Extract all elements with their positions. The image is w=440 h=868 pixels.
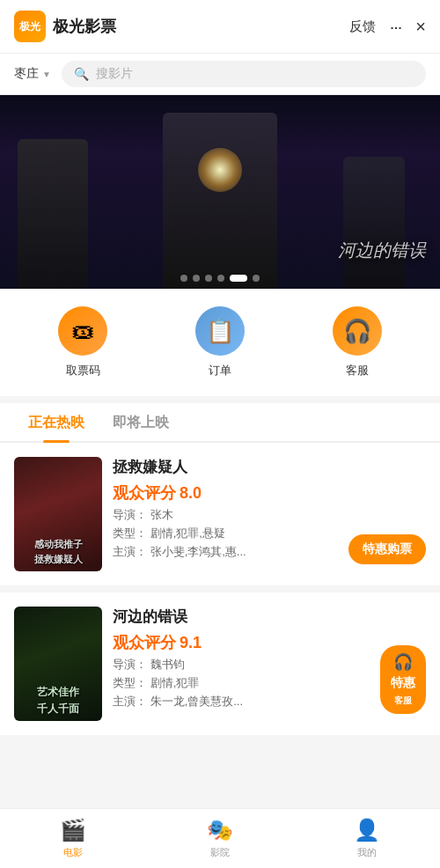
movie-director-1: 导演： 张木 [113,507,426,523]
rating-value-2: 9.1 [180,634,202,651]
movie-cast-2: 主演： 朱一龙,曾美慧孜... [113,694,426,710]
movie-rating-1: 观众评分 8.0 [113,482,426,504]
action-ticket[interactable]: 🎟 取票码 [58,306,107,379]
dot-6[interactable] [253,275,260,282]
search-bar: 枣庄 ▼ 🔍 搜影片 [0,54,440,95]
tab-now-showing[interactable]: 正在热映 [14,414,99,441]
dot-1[interactable] [180,275,187,282]
quick-actions: 🎟 取票码 📋 订单 🎧 客服 [0,289,440,396]
poster-text-1: 感动我推子 拯救嫌疑人 [18,537,99,568]
service-label: 客服 [346,363,369,379]
banner[interactable]: 10月21日没有答案不如发疯 河边的错误 [0,95,440,289]
app-header: 极光 极光影票 反馈 ··· × [0,0,440,54]
dot-4[interactable] [217,275,224,282]
service-sub-label: 客服 [394,695,412,707]
banner-movie-title: 河边的错误 [338,239,426,262]
feedback-button[interactable]: 反馈 [349,18,376,35]
banner-light-orb [198,148,242,192]
banner-dots [180,275,260,282]
movie-poster-2[interactable]: 艺术佳作 千人千面 [14,607,102,721]
order-icon: 📋 [195,306,245,356]
movie-title-2: 河边的错误 [113,607,426,627]
order-label: 订单 [209,363,231,379]
movie-card-1: 感动我推子 拯救嫌疑人 拯救嫌疑人 观众评分 8.0 导演： 张木 类型： 剧情… [0,443,440,585]
search-placeholder: 搜影片 [96,66,133,82]
dot-5[interactable] [230,275,247,282]
buy-button-2[interactable]: 🎧 特惠 客服 [380,645,426,714]
banner-right-figure [343,157,405,289]
chevron-down-icon: ▼ [42,70,51,79]
ticket-icon: 🎟 [58,306,107,356]
dot-2[interactable] [193,275,200,282]
movie-title-1: 拯救嫌疑人 [113,457,426,477]
movie-list: 感动我推子 拯救嫌疑人 拯救嫌疑人 观众评分 8.0 导演： 张木 类型： 剧情… [0,443,440,735]
banner-left-figure [18,139,88,289]
action-order[interactable]: 📋 订单 [195,306,245,379]
dot-3[interactable] [205,275,212,282]
more-button[interactable]: ··· [390,17,402,37]
action-service[interactable]: 🎧 客服 [333,306,382,379]
movie-poster-1[interactable]: 感动我推子 拯救嫌疑人 [14,457,102,571]
search-icon: 🔍 [74,67,89,81]
ticket-label: 取票码 [66,363,100,379]
section-tabs: 正在热映 即将上映 [0,403,440,443]
poster-bg-1: 感动我推子 拯救嫌疑人 [14,457,102,571]
search-input-box[interactable]: 🔍 搜影片 [62,61,426,87]
location-selector[interactable]: 枣庄 ▼ [14,66,51,82]
buy-button-1[interactable]: 特惠购票 [348,534,426,564]
movie-rating-2: 观众评分 9.1 [113,632,426,653]
app-logo: 极光 [14,11,46,42]
poster-bg-2: 艺术佳作 千人千面 [14,607,102,721]
movie-card-2: 艺术佳作 千人千面 河边的错误 观众评分 9.1 导演： 魏书钧 类型： 剧情,… [0,592,440,735]
service-icon: 🎧 [333,306,382,356]
movie-director-2: 导演： 魏书钧 [113,657,426,673]
close-button[interactable]: × [415,17,426,37]
banner-center-figure [163,113,277,289]
app-title: 极光影票 [53,16,349,37]
service-headphone-icon: 🎧 [393,652,413,672]
rating-value-1: 8.0 [180,484,202,502]
movie-genre-2: 类型： 剧情,犯罪 [113,675,426,691]
poster-text-2: 艺术佳作 千人千面 [18,684,99,717]
location-label: 枣庄 [14,66,39,82]
header-actions: 反馈 ··· × [349,17,426,37]
tab-coming-soon[interactable]: 即将上映 [99,414,183,441]
movie-info-2: 河边的错误 观众评分 9.1 导演： 魏书钧 类型： 剧情,犯罪 主演： 朱一龙… [113,607,426,710]
